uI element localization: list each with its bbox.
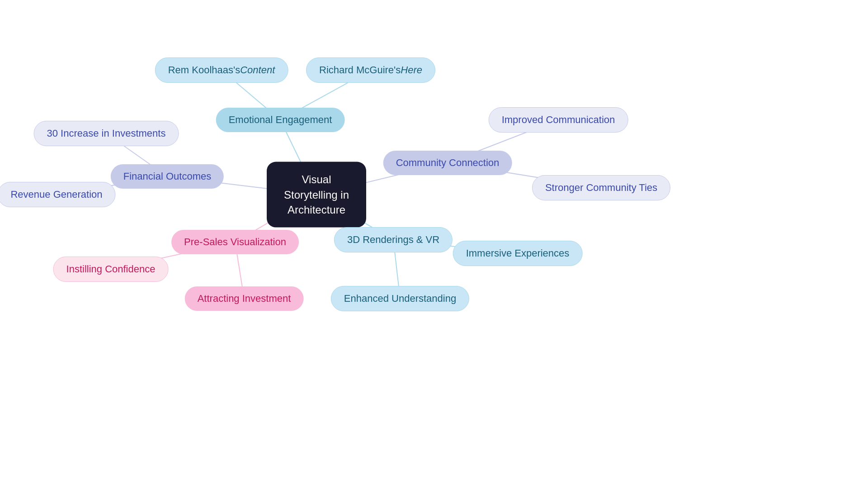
- immersive-experiences-node: Immersive Experiences: [453, 241, 583, 266]
- financial-outcomes-node: Financial Outcomes: [111, 164, 224, 189]
- emotional-engagement-node: Emotional Engagement: [216, 108, 345, 132]
- pre-sales-node: Pre-Sales Visualization: [171, 230, 299, 254]
- revenue-generation-node: Revenue Generation: [0, 182, 116, 207]
- mind-map: Visual Storytelling in ArchitectureEmoti…: [0, 0, 868, 490]
- attracting-investment-node: Attracting Investment: [185, 286, 304, 311]
- instilling-confidence-node: Instilling Confidence: [53, 257, 169, 282]
- center-node: Visual Storytelling in Architecture: [267, 162, 366, 228]
- 3d-renderings-node: 3D Renderings & VR: [334, 227, 453, 252]
- rem-koolhaas-node: Rem Koolhaas's Content: [155, 57, 288, 83]
- richard-mcguire-node: Richard McGuire's Here: [306, 57, 435, 83]
- enhanced-understanding-node: Enhanced Understanding: [331, 286, 469, 311]
- improved-communication-node: Improved Communication: [489, 107, 628, 133]
- stronger-community-node: Stronger Community Ties: [532, 175, 670, 200]
- community-connection-node: Community Connection: [383, 151, 512, 175]
- 30-increase-node: 30 Increase in Investments: [34, 121, 179, 146]
